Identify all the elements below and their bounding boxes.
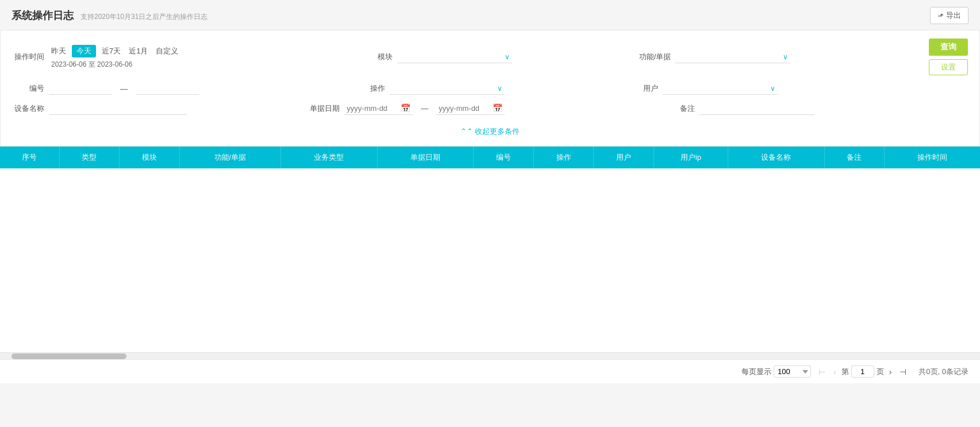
col-type: 类型 xyxy=(59,147,119,168)
scrollbar-thumb[interactable] xyxy=(11,353,126,359)
operation-select[interactable] xyxy=(390,82,505,94)
date-to-input[interactable] xyxy=(439,104,490,113)
date-dash: — xyxy=(421,104,428,113)
col-seq: 序号 xyxy=(0,147,59,168)
col-device: 设备名称 xyxy=(728,147,824,168)
table-container: 序号 类型 模块 功能/单据 业务类型 单据日期 编号 操作 用户 用户ip 设… xyxy=(0,147,980,352)
settings-button[interactable]: 设置 xyxy=(929,59,968,75)
operation-label: 操作 xyxy=(353,83,385,94)
col-number: 编号 xyxy=(474,147,533,168)
user-label: 用户 xyxy=(626,83,658,94)
number-input-from[interactable] xyxy=(49,82,112,95)
calendar-from-icon[interactable]: 📅 xyxy=(401,103,410,113)
date-to-wrapper: 📅 xyxy=(436,102,505,115)
date-from-wrapper: 📅 xyxy=(344,102,413,115)
time-filter: 操作时间 昨天 今天 近7天 近1月 自定义 2023-06-06 至 2023… xyxy=(12,45,360,70)
function-select[interactable] xyxy=(675,51,790,63)
col-single-date: 单据日期 xyxy=(377,147,474,168)
module-select-wrapper: ∨ xyxy=(397,51,512,63)
user-select[interactable] xyxy=(663,82,778,94)
data-table: 序号 类型 模块 功能/单据 业务类型 单据日期 编号 操作 用户 用户ip 设… xyxy=(0,147,980,168)
number-filter: 编号 — xyxy=(12,82,353,95)
collapse-chevron-icon: ⌃⌃ xyxy=(460,127,475,136)
calendar-to-icon[interactable]: 📅 xyxy=(493,103,502,113)
page-prefix: 第 xyxy=(841,367,849,377)
operation-filter: 操作 ∨ xyxy=(353,82,626,95)
col-remark: 备注 xyxy=(824,147,884,168)
date-from-input[interactable] xyxy=(347,104,398,113)
empty-area xyxy=(0,168,980,352)
query-button[interactable]: 查询 xyxy=(929,39,968,56)
table-head: 序号 类型 模块 功能/单据 业务类型 单据日期 编号 操作 用户 用户ip 设… xyxy=(0,147,980,168)
shortcut-custom[interactable]: 自定义 xyxy=(153,45,180,57)
col-user-ip: 用户ip xyxy=(654,147,728,168)
total-info: 共0页, 0条记录 xyxy=(918,367,969,377)
date-range-display: 2023-06-06 至 2023-06-06 xyxy=(51,60,180,70)
col-op-time: 操作时间 xyxy=(884,147,980,168)
filter-area: 操作时间 昨天 今天 近7天 近1月 自定义 2023-06-06 至 2023… xyxy=(0,30,980,147)
page-size-area: 每页显示 100 50 20 xyxy=(741,366,811,378)
col-operation: 操作 xyxy=(533,147,593,168)
shortcut-1month[interactable]: 近1月 xyxy=(126,45,150,57)
single-date-label: 单据日期 xyxy=(308,103,340,114)
prev-page-button[interactable]: ‹ xyxy=(831,366,839,378)
time-shortcuts-col: 昨天 今天 近7天 近1月 自定义 2023-06-06 至 2023-06-0… xyxy=(49,45,180,70)
shortcut-today[interactable]: 今天 xyxy=(72,45,96,57)
remark-label: 备注 xyxy=(663,103,695,114)
page-size-select[interactable]: 100 50 20 xyxy=(774,366,811,378)
device-filter: 设备名称 xyxy=(12,102,308,115)
export-button[interactable]: ⬏ 导出 xyxy=(930,7,969,24)
col-module: 模块 xyxy=(120,147,179,168)
col-user: 用户 xyxy=(594,147,654,168)
number-input-to[interactable] xyxy=(136,82,199,95)
module-select[interactable] xyxy=(397,51,512,63)
export-icon: ⬏ xyxy=(937,11,944,20)
page-subtitle: 支持2020年10月31日之后产生的操作日志 xyxy=(80,12,207,22)
time-shortcuts: 昨天 今天 近7天 近1月 自定义 xyxy=(49,45,180,57)
module-filter: 模块 ∨ xyxy=(360,51,639,63)
remark-filter: 备注 xyxy=(663,102,899,115)
table-header-row: 序号 类型 模块 功能/单据 业务类型 单据日期 编号 操作 用户 用户ip 设… xyxy=(0,147,980,168)
filter-row-1: 操作时间 昨天 今天 近7天 近1月 自定义 2023-06-06 至 2023… xyxy=(12,39,968,75)
next-page-button[interactable]: › xyxy=(886,366,895,378)
function-select-wrapper: ∨ xyxy=(675,51,790,63)
title-area: 系统操作日志 支持2020年10月31日之后产生的操作日志 xyxy=(11,9,207,22)
pagination-bar: 每页显示 100 50 20 ⊢ ‹ 第 页 › ⊣ 共0页, 0条记录 xyxy=(0,359,980,383)
page-header: 系统操作日志 支持2020年10月31日之后产生的操作日志 ⬏ 导出 xyxy=(0,0,980,30)
remark-input[interactable] xyxy=(700,102,814,115)
filter-row-3: 设备名称 单据日期 📅 — 📅 备注 xyxy=(12,102,968,115)
operation-select-wrapper: ∨ xyxy=(390,82,505,95)
number-label: 编号 xyxy=(12,83,44,94)
export-label: 导出 xyxy=(946,10,961,21)
page-title: 系统操作日志 xyxy=(11,9,74,22)
page-number-input[interactable] xyxy=(851,366,874,378)
user-select-wrapper: ∨ xyxy=(663,82,778,95)
first-page-button[interactable]: ⊢ xyxy=(816,366,828,378)
shortcut-7days[interactable]: 近7天 xyxy=(99,45,123,57)
page-unit: 页 xyxy=(877,367,884,377)
pagination-nav: ⊢ ‹ 第 页 › ⊣ xyxy=(816,366,909,378)
col-function: 功能/单据 xyxy=(179,147,280,168)
shortcut-yesterday[interactable]: 昨天 xyxy=(49,45,68,57)
module-label: 模块 xyxy=(360,52,393,62)
collapse-label: 收起更多条件 xyxy=(475,127,520,136)
function-label: 功能/单据 xyxy=(639,52,671,62)
page-size-label: 每页显示 xyxy=(741,367,771,377)
time-label: 操作时间 xyxy=(12,52,44,62)
last-page-button[interactable]: ⊣ xyxy=(897,366,909,378)
col-biz-type: 业务类型 xyxy=(281,147,378,168)
filter-row-2: 编号 — 操作 ∨ 用户 ∨ xyxy=(12,82,968,95)
device-label: 设备名称 xyxy=(12,103,44,114)
action-buttons: 查询 设置 xyxy=(929,39,968,75)
horizontal-scrollbar[interactable] xyxy=(0,352,980,359)
collapse-bar[interactable]: ⌃⌃ 收起更多条件 xyxy=(12,122,968,140)
function-filter: 功能/单据 ∨ xyxy=(639,51,917,63)
single-date-filter: 单据日期 📅 — 📅 xyxy=(308,102,662,115)
user-filter: 用户 ∨ xyxy=(626,82,899,95)
number-dash: — xyxy=(120,84,128,93)
device-input[interactable] xyxy=(49,102,187,115)
